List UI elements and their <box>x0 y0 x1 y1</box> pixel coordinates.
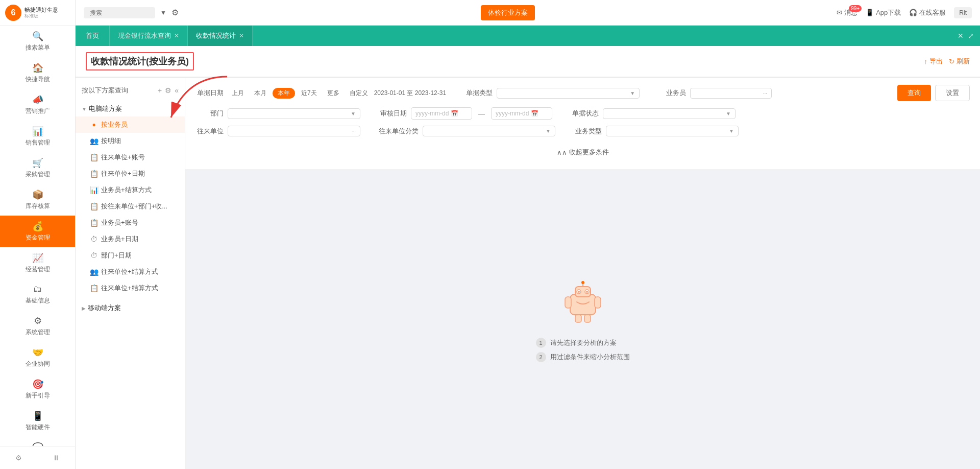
sidebar-item-wechat[interactable]: 💬 企业微信 <box>0 437 75 446</box>
sidebar-item-warehouse[interactable]: 📦 库存核算 <box>0 184 75 216</box>
export-btn[interactable]: ↑ 导出 <box>924 57 943 66</box>
guide-icon: 🎯 <box>32 379 43 390</box>
sidebar-item-basic[interactable]: 🗂 基础信息 <box>0 279 75 310</box>
scheme-bar-icon: 📊 <box>90 186 98 194</box>
app-download-btn[interactable]: 📱 App下载 <box>866 8 901 17</box>
page-actions: ↑ 导出 ↻ 刷新 <box>924 57 970 66</box>
query-btn[interactable]: 查询 <box>897 85 931 101</box>
counterpart-more-icon: ··· <box>352 128 356 134</box>
filter-row-3: 往来单位 ··· 往来单位分类 ▼ <box>195 126 970 136</box>
setting-btn[interactable]: 设置 <box>935 85 970 101</box>
scheme-panel: 按以下方案查询 + ⚙ « ▼ 电脑端方案 ● 按业务员 <box>76 78 185 469</box>
date-tab-7days[interactable]: 近7天 <box>297 88 321 99</box>
business-type-chevron-icon: ▼ <box>729 128 734 134</box>
sidebar-item-purchase[interactable]: 🛒 采购管理 <box>0 152 75 184</box>
type-select[interactable]: ▼ <box>497 88 640 99</box>
scheme-group-mobile-header[interactable]: ▶ 移动端方案 <box>76 300 185 316</box>
type-chevron-icon: ▼ <box>630 90 635 96</box>
topbar-left: ▼ ⚙ <box>84 7 179 18</box>
collapse-more-btn[interactable]: ∧∧ 收起更多条件 <box>195 143 970 162</box>
filter-actions: 查询 设置 <box>897 85 970 101</box>
tab-close-all-btn[interactable]: ✕ <box>958 32 964 40</box>
salesperson-filter: 业务员 ··· <box>658 88 772 99</box>
tab-window-actions: ✕ ⤢ <box>951 26 980 46</box>
scheme-item-salesperson-settlement[interactable]: 📊 业务员+结算方式 <box>76 182 185 198</box>
counterpart-select[interactable]: ··· <box>228 126 360 136</box>
scheme-item-party-settlement-1[interactable]: 👥 往来单位+结算方式 <box>76 264 185 280</box>
tab-bank[interactable]: 现金银行流水查询 ✕ <box>110 26 188 46</box>
sidebar: 6 畅捷通好生意 标准版 🔍 搜索菜单 🏠 快捷导航 📣 营销推广 📊 销售管理… <box>0 0 76 469</box>
dept-select[interactable]: ▼ <box>228 108 360 119</box>
enterprise-icon: 🤝 <box>32 347 43 358</box>
audit-date-end[interactable]: yyyy-mm-dd 📅 <box>491 107 552 120</box>
wechat-icon: 💬 <box>32 442 43 446</box>
sidebar-item-sales[interactable]: 📊 销售管理 <box>0 121 75 152</box>
date-tab-last-month[interactable]: 上月 <box>228 88 248 99</box>
svg-point-7 <box>581 281 584 284</box>
sidebar-item-finance[interactable]: 💰 资金管理 <box>0 216 75 247</box>
operation-icon: 📈 <box>32 252 43 264</box>
tab-receipt[interactable]: 收款情况统计 ✕ <box>188 26 253 46</box>
date-tab-more[interactable]: 更多 <box>323 88 344 99</box>
scheme-item-salesperson-account[interactable]: 📋 业务员+账号 <box>76 215 185 231</box>
topbar-dropdown-btn[interactable]: ▼ <box>160 9 166 16</box>
svg-rect-8 <box>565 297 571 308</box>
dept-filter: 部门 ▼ <box>195 108 360 119</box>
scheme-item-party-settlement-2[interactable]: 📋 往来单位+结算方式 <box>76 280 185 296</box>
refresh-btn[interactable]: ↻ 刷新 <box>949 57 970 66</box>
date-tab-custom[interactable]: 自定义 <box>346 88 372 99</box>
tab-bank-close[interactable]: ✕ <box>174 32 179 39</box>
step-1: 1 请先选择要分析的方案 <box>536 338 630 348</box>
scheme-item-party-dept[interactable]: 📋 按往来单位+部门+收... <box>76 198 185 215</box>
sidebar-item-system[interactable]: ⚙ 系统管理 <box>0 310 75 342</box>
date-tab-this-month[interactable]: 本月 <box>250 88 271 99</box>
page-title: 收款情况统计(按业务员) <box>86 52 194 71</box>
logo-text: 畅捷通好生意 标准版 <box>24 6 58 19</box>
trial-btn[interactable]: 体验行业方案 <box>481 5 535 20</box>
scheme-settings-btn[interactable]: ⚙ <box>165 86 172 95</box>
scheme-item-party-date[interactable]: 📋 往来单位+日期 <box>76 166 185 182</box>
sidebar-item-search[interactable]: 🔍 搜索菜单 <box>0 26 75 57</box>
salesperson-select[interactable]: ··· <box>690 88 772 99</box>
scheme-add-btn[interactable]: + <box>158 86 162 95</box>
search-input[interactable] <box>84 7 155 18</box>
group-arrow-icon: ▼ <box>82 106 87 112</box>
app-icon: 📱 <box>866 9 874 16</box>
sidebar-item-enterprise[interactable]: 🤝 企业协同 <box>0 342 75 373</box>
main-content: ▼ ⚙ 体验行业方案 ✉ 消息 99+ 📱 App下载 🎧 在线客服 Rit 首… <box>76 0 980 469</box>
scheme-item-by-salesperson[interactable]: ● 按业务员 <box>76 116 185 133</box>
business-type-filter: 业务类型 ▼ <box>574 126 739 136</box>
scheme-group-desktop-header[interactable]: ▼ 电脑端方案 <box>76 101 185 116</box>
user-menu[interactable]: Rit <box>954 7 972 18</box>
filter-row-2: 部门 ▼ 审核日期 yyyy-mm-dd 📅 <box>195 107 970 120</box>
date-tab-this-year[interactable]: 本年 <box>273 88 295 99</box>
purchase-icon: 🛒 <box>32 157 43 169</box>
business-type-select[interactable]: ▼ <box>606 126 739 136</box>
audit-date-filter: 审核日期 yyyy-mm-dd 📅 — yyyy-mm-dd 📅 <box>379 107 552 120</box>
online-service-btn[interactable]: 🎧 在线客服 <box>909 8 946 17</box>
topbar-gear-icon[interactable]: ⚙ <box>172 8 179 17</box>
audit-date-start[interactable]: yyyy-mm-dd 📅 <box>411 107 472 120</box>
counterpart-category-select[interactable]: ▼ <box>423 126 555 136</box>
tab-maximize-btn[interactable]: ⤢ <box>968 32 974 40</box>
sidebar-collapse-btn[interactable]: ⏸ <box>51 452 62 464</box>
sidebar-item-marketing[interactable]: 📣 营销推广 <box>0 89 75 121</box>
scheme-item-dept-date[interactable]: ⏱ 部门+日期 <box>76 247 185 264</box>
topbar-right: ✉ 消息 99+ 📱 App下载 🎧 在线客服 Rit <box>837 7 972 18</box>
sidebar-item-hardware[interactable]: 📱 智能硬件 <box>0 405 75 437</box>
scheme-item-by-detail[interactable]: 👥 按明细 <box>76 133 185 149</box>
sidebar-item-guide[interactable]: 🎯 新手引导 <box>0 373 75 405</box>
sidebar-item-shortcut[interactable]: 🏠 快捷导航 <box>0 57 75 89</box>
status-select[interactable]: ▼ <box>603 108 736 119</box>
business-type-label: 业务类型 <box>574 127 602 136</box>
scheme-item-salesperson-date[interactable]: ⏱ 业务员+日期 <box>76 231 185 247</box>
logo-icon: 6 <box>5 5 21 21</box>
sidebar-settings-btn[interactable]: ⚙ <box>13 452 24 464</box>
category-chevron-icon: ▼ <box>546 128 551 134</box>
tab-receipt-close[interactable]: ✕ <box>239 32 244 39</box>
message-btn[interactable]: ✉ 消息 99+ <box>837 8 857 17</box>
sidebar-item-operation[interactable]: 📈 经营管理 <box>0 247 75 279</box>
tab-home[interactable]: 首页 <box>76 26 110 46</box>
scheme-item-party-account[interactable]: 📋 往来单位+账号 <box>76 149 185 166</box>
scheme-collapse-btn[interactable]: « <box>175 86 179 95</box>
